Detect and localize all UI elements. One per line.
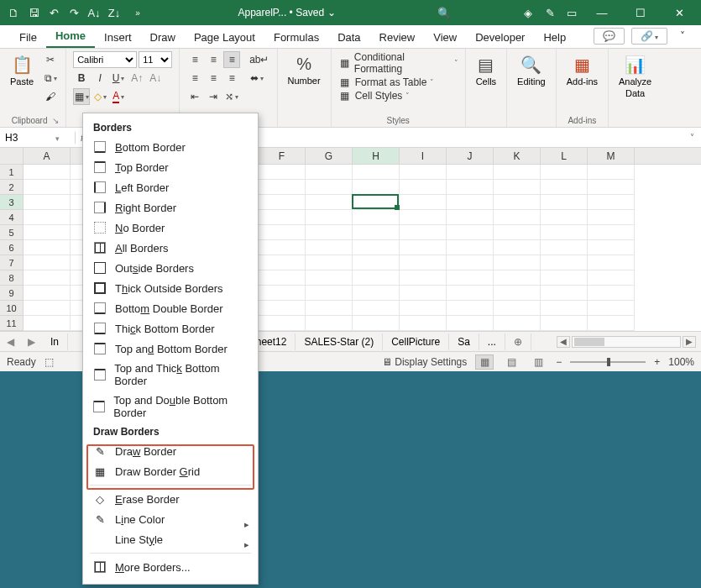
tab-help[interactable]: Help	[534, 27, 575, 48]
bottom-border-item[interactable]: Bottom Border	[83, 137, 258, 157]
normal-view-icon[interactable]: ▦	[475, 354, 494, 370]
cell[interactable]	[306, 195, 353, 210]
col-header-f[interactable]: F	[259, 148, 306, 164]
document-title-text[interactable]: ApparelP... • Saved	[238, 7, 324, 18]
cell[interactable]	[259, 180, 306, 195]
cell[interactable]	[24, 195, 71, 210]
cell[interactable]	[541, 255, 588, 270]
more-borders-item[interactable]: More Borders...	[83, 557, 258, 577]
increase-font-icon[interactable]: A↑	[128, 70, 145, 87]
tab-view[interactable]: View	[424, 27, 466, 48]
cell[interactable]	[400, 225, 447, 240]
cell[interactable]	[588, 240, 635, 255]
top-thick-bottom-border-item[interactable]: Top and Thick Bottom Border	[83, 359, 258, 391]
cell[interactable]	[494, 240, 541, 255]
col-header-l[interactable]: L	[541, 148, 588, 164]
pencil-icon[interactable]: ✎	[541, 4, 558, 21]
maximize-button[interactable]: ☐	[624, 7, 657, 19]
editing-button[interactable]: 🔍Editing	[514, 51, 549, 90]
increase-indent-icon[interactable]: ⇥	[205, 88, 222, 105]
tab-draw[interactable]: Draw	[141, 27, 185, 48]
copy-icon[interactable]: ⧉	[42, 70, 59, 87]
cell[interactable]	[588, 255, 635, 270]
cell[interactable]	[494, 255, 541, 270]
left-border-item[interactable]: Left Border	[83, 177, 258, 197]
sheet-tab-cellpicture[interactable]: CellPicture	[383, 333, 449, 350]
addins-button[interactable]: ▦Add-ins	[563, 51, 601, 90]
cut-icon[interactable]: ✂	[42, 51, 59, 68]
cell[interactable]	[447, 240, 494, 255]
cell[interactable]	[353, 210, 400, 225]
redo-icon[interactable]: ↷	[65, 4, 82, 21]
row-header-2[interactable]: 2	[0, 180, 24, 195]
all-borders-item[interactable]: All Borders	[83, 238, 258, 258]
close-button[interactable]: ✕	[662, 7, 696, 19]
macro-record-icon[interactable]: ⬚	[44, 356, 54, 368]
tab-file[interactable]: File	[10, 27, 46, 48]
cell[interactable]	[541, 165, 588, 180]
cell[interactable]	[24, 270, 71, 286]
cell[interactable]	[259, 286, 306, 301]
col-header-g[interactable]: G	[306, 148, 353, 164]
zoom-thumb[interactable]	[607, 358, 610, 366]
cell[interactable]	[400, 195, 447, 210]
cell[interactable]	[24, 210, 71, 225]
undo-icon[interactable]: ↶	[45, 4, 62, 21]
format-painter-icon[interactable]: 🖌	[42, 88, 59, 105]
cell[interactable]	[353, 180, 400, 195]
cell[interactable]	[306, 210, 353, 225]
col-header-k[interactable]: K	[494, 148, 541, 164]
minimize-button[interactable]: —	[585, 7, 619, 19]
cell[interactable]	[24, 180, 71, 195]
line-style-item[interactable]: Line Style	[83, 529, 258, 549]
top-bottom-border-item[interactable]: Top and Bottom Border	[83, 339, 258, 359]
row-header-9[interactable]: 9	[0, 286, 24, 301]
cell[interactable]	[541, 195, 588, 210]
font-name-select[interactable]: Calibri	[73, 51, 137, 68]
cell[interactable]	[494, 286, 541, 301]
row-header-7[interactable]: 7	[0, 255, 24, 270]
col-header-j[interactable]: J	[447, 148, 494, 164]
right-border-item[interactable]: Right Border	[83, 197, 258, 218]
cell[interactable]	[541, 225, 588, 240]
sort-asc-icon[interactable]: A↓	[86, 4, 102, 21]
cell[interactable]	[353, 301, 400, 316]
draw-border-item[interactable]: ✎Draw Border	[83, 441, 258, 461]
cell[interactable]	[588, 225, 635, 240]
cell[interactable]	[400, 301, 447, 316]
cell[interactable]	[494, 270, 541, 286]
name-box-input[interactable]	[5, 132, 55, 144]
row-header-1[interactable]: 1	[0, 165, 24, 180]
cell[interactable]	[306, 286, 353, 301]
zoom-slider[interactable]	[570, 361, 646, 363]
cell[interactable]	[447, 301, 494, 316]
sort-desc-icon[interactable]: Z↓	[106, 4, 123, 21]
zoom-out-button[interactable]: −	[556, 356, 562, 368]
cell[interactable]	[541, 210, 588, 225]
share-button[interactable]: 🔗	[631, 28, 667, 45]
tab-review[interactable]: Review	[370, 27, 425, 48]
cell[interactable]	[306, 180, 353, 195]
italic-button[interactable]: I	[92, 70, 108, 87]
title-dropdown-icon[interactable]: ⌄	[327, 7, 336, 18]
cell[interactable]	[24, 286, 71, 301]
cell[interactable]	[400, 210, 447, 225]
cell[interactable]	[447, 270, 494, 286]
hscroll-track[interactable]	[572, 336, 681, 348]
cell[interactable]	[353, 316, 400, 331]
align-left-icon[interactable]: ≡	[186, 70, 203, 87]
outside-borders-item[interactable]: Outside Borders	[83, 258, 258, 278]
cell[interactable]	[541, 286, 588, 301]
font-color-button[interactable]: A	[110, 88, 127, 105]
tab-developer[interactable]: Developer	[466, 27, 534, 48]
merge-center-icon[interactable]: ⬌	[248, 70, 265, 87]
cell[interactable]	[400, 316, 447, 331]
col-header-h[interactable]: H	[353, 148, 400, 164]
select-all-corner[interactable]	[0, 148, 24, 164]
cell[interactable]	[588, 165, 635, 180]
row-header-11[interactable]: 11	[0, 316, 24, 331]
display-settings-button[interactable]: 🖥 Display Settings	[382, 356, 467, 368]
hscroll-left-icon[interactable]: ◀	[557, 336, 570, 348]
bottom-double-border-item[interactable]: Bottom Double Border	[83, 298, 258, 318]
cell[interactable]	[24, 165, 71, 180]
